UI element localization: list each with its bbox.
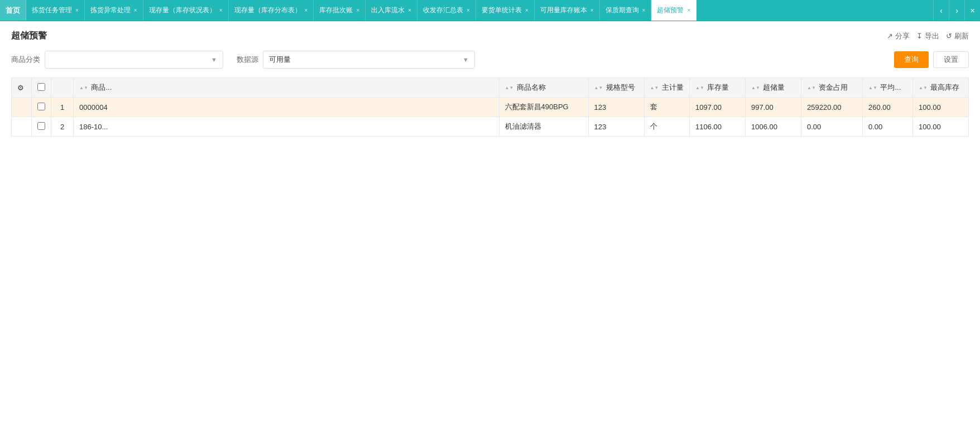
nav-tab-chaochuyujing[interactable]: 超储预警 ×	[651, 0, 696, 21]
th-avg-label: 平均...	[880, 83, 901, 91]
nav-tab-close[interactable]: ×	[356, 7, 359, 13]
setting-button[interactable]: 设置	[933, 51, 969, 68]
th-product-name-label: 商品名称	[517, 83, 546, 91]
export-button[interactable]: ↧ 导出	[916, 31, 939, 41]
refresh-label: 刷新	[954, 31, 969, 41]
sort-icon: ▲▼	[695, 86, 704, 90]
nav-tab-close[interactable]: ×	[75, 7, 79, 13]
refresh-button[interactable]: ↺ 刷新	[946, 31, 969, 41]
row-overstock: 997.00	[746, 98, 801, 117]
nav-tab-close[interactable]: ×	[305, 7, 308, 13]
category-select[interactable]: ▼	[45, 51, 223, 69]
th-stock[interactable]: ▲▼ 库存量	[690, 78, 746, 98]
nav-tab-close[interactable]: ×	[687, 7, 690, 13]
nav-tab-label: 可用量库存账本	[540, 6, 587, 15]
row-gear-cell	[12, 98, 32, 117]
share-button[interactable]: ↗ 分享	[887, 31, 910, 41]
filter-row: 商品分类 ▼ 数据源 可用量 ▼ 查询 设置	[11, 51, 969, 69]
nav-next-button[interactable]: ›	[949, 0, 964, 21]
table-body: 1 0000004 六配套新昌490BPG 123 套 1097.00 997.…	[12, 98, 969, 137]
th-capital[interactable]: ▲▼ 资金占用	[801, 78, 863, 98]
top-navigation: 首页 拣货任务管理 × 拣货异常处理 × 现存量（库存状况表） × 现存量（库存…	[0, 0, 980, 21]
nav-tab-label: 要货单统计表	[482, 6, 522, 15]
nav-tab-close[interactable]: ×	[408, 7, 411, 13]
th-max-stock[interactable]: ▲▼ 最高库存	[913, 78, 969, 98]
nav-tab-label: 拣货异常处理	[90, 6, 131, 15]
nav-prev-button[interactable]: ‹	[933, 0, 949, 21]
row-unit: 套	[644, 98, 689, 117]
nav-arrows: ‹ › ×	[933, 0, 980, 21]
th-product-name[interactable]: ▲▼ 商品名称	[499, 78, 588, 98]
th-avg[interactable]: ▲▼ 平均...	[863, 78, 913, 98]
th-spec[interactable]: ▲▼ 规格型号	[588, 78, 644, 98]
th-unit[interactable]: ▲▼ 主计量	[644, 78, 689, 98]
nav-tab-close[interactable]: ×	[134, 7, 137, 13]
row-num-cell: 1	[51, 98, 74, 117]
th-spec-label: 规格型号	[606, 83, 635, 91]
refresh-icon: ↺	[946, 32, 952, 40]
row-capital: 0.00	[801, 117, 863, 137]
nav-tab-shofacunhuizong[interactable]: 收发存汇总表 ×	[417, 0, 476, 21]
nav-tab-baozhi[interactable]: 保质期查询 ×	[600, 0, 652, 21]
nav-tab-kucunpicizhang[interactable]: 库存批次账 ×	[314, 0, 366, 21]
row-checkbox[interactable]	[37, 103, 45, 110]
th-gear[interactable]: ⚙	[12, 78, 32, 98]
nav-tab-keyongliang[interactable]: 可用量库存账本 ×	[535, 0, 600, 21]
nav-tab-close[interactable]: ×	[467, 7, 470, 13]
nav-tab-close[interactable]: ×	[219, 7, 223, 13]
nav-home[interactable]: 首页	[0, 0, 26, 21]
page-title: 超储预警	[11, 30, 47, 42]
th-product-code[interactable]: ▲▼ 商品...	[74, 78, 499, 98]
select-all-checkbox[interactable]	[37, 83, 45, 91]
nav-tab-label: 收发存汇总表	[423, 6, 463, 15]
sort-icon: ▲▼	[919, 86, 928, 90]
th-checkbox[interactable]	[32, 78, 51, 98]
share-label: 分享	[895, 31, 910, 41]
nav-tab-xiancunliang-fenbu[interactable]: 现存量（库存分布表） ×	[229, 0, 314, 21]
share-icon: ↗	[887, 32, 893, 40]
th-overstock[interactable]: ▲▼ 超储量	[746, 78, 801, 98]
nav-tab-close[interactable]: ×	[525, 7, 529, 13]
row-checkbox-cell[interactable]	[32, 98, 51, 117]
datasource-select[interactable]: 可用量 ▼	[263, 51, 475, 69]
th-row-num	[51, 78, 74, 98]
table-row: 1 0000004 六配套新昌490BPG 123 套 1097.00 997.…	[12, 98, 969, 117]
row-stock: 1106.00	[690, 117, 746, 137]
nav-tab-label: 库存批次账	[319, 6, 353, 15]
query-button[interactable]: 查询	[894, 51, 929, 68]
nav-tab-jianhuorenwuguanli[interactable]: 拣货任务管理 ×	[26, 0, 85, 21]
th-capital-label: 资金占用	[819, 83, 848, 91]
gear-icon: ⚙	[17, 84, 24, 92]
nav-tab-xiancunliang-zhuangkuang[interactable]: 现存量（库存状况表） ×	[143, 0, 229, 21]
th-overstock-label: 超储量	[763, 83, 785, 91]
nav-tab-label: 出入库流水	[371, 6, 405, 15]
row-checkbox[interactable]	[37, 122, 45, 130]
nav-tab-label: 现存量（库存分布表）	[234, 6, 301, 15]
page-container: 超储预警 ↗ 分享 ↧ 导出 ↺ 刷新 商品分类 ▼ 数据源	[0, 21, 980, 146]
sort-icon: ▲▼	[751, 86, 760, 90]
nav-tab-churukuliushui[interactable]: 出入库流水 ×	[366, 0, 417, 21]
category-dropdown-icon: ▼	[211, 56, 217, 63]
row-product-name: 六配套新昌490BPG	[499, 98, 588, 117]
nav-tab-close[interactable]: ×	[590, 7, 594, 13]
header-actions: ↗ 分享 ↧ 导出 ↺ 刷新	[887, 31, 969, 41]
nav-tab-close[interactable]: ×	[642, 7, 646, 13]
nav-tab-jianhuoyichangchuli[interactable]: 拣货异常处理 ×	[85, 0, 143, 21]
category-label: 商品分类	[11, 55, 40, 65]
sort-icon: ▲▼	[79, 86, 88, 90]
row-checkbox-cell[interactable]	[32, 117, 51, 137]
nav-close-button[interactable]: ×	[964, 0, 980, 21]
row-avg: 0.00	[863, 117, 913, 137]
row-product-name: 机油滤清器	[499, 117, 588, 137]
row-max-stock: 100.00	[913, 117, 969, 137]
sort-icon: ▲▼	[868, 86, 877, 90]
nav-tab-label: 现存量（库存状况表）	[149, 6, 216, 15]
row-unit: 个	[644, 117, 689, 137]
row-capital: 259220.00	[801, 98, 863, 117]
export-icon: ↧	[916, 32, 923, 40]
filter-actions: 查询 设置	[894, 51, 969, 68]
sort-icon: ▲▼	[807, 86, 816, 90]
sort-icon: ▲▼	[650, 86, 659, 90]
sort-icon: ▲▼	[505, 86, 514, 90]
nav-tab-yaohuo[interactable]: 要货单统计表 ×	[476, 0, 535, 21]
